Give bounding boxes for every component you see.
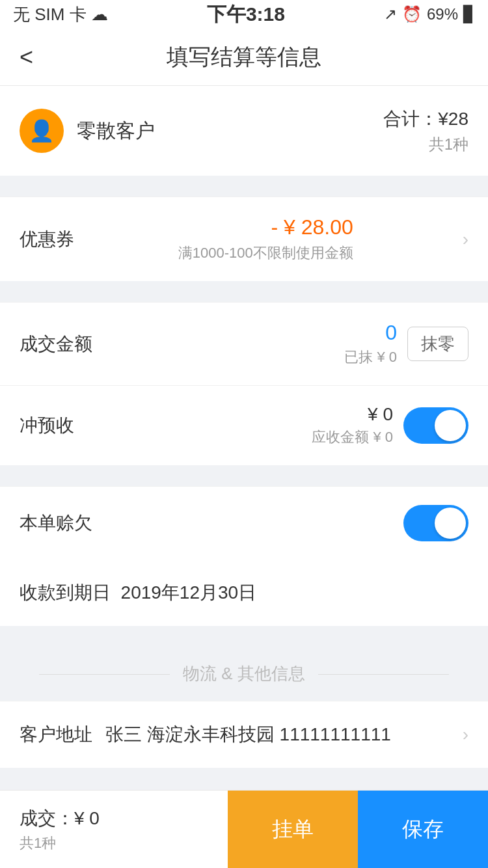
customer-totals: 合计：¥28 共1种	[383, 107, 468, 155]
toggle-knob	[435, 410, 466, 441]
total-label: 合计：¥28	[383, 107, 468, 131]
divider-2	[0, 292, 488, 302]
address-chevron-icon: ›	[463, 724, 468, 745]
address-row[interactable]: 客户地址 张三 海淀永丰科技园 11111111111 ›	[0, 701, 488, 768]
alarm-icon: ⏰	[402, 5, 422, 23]
credit-label: 本单赊欠	[20, 511, 92, 536]
divider-3	[0, 476, 488, 486]
due-date-row: 收款到期日 2019年12月30日	[0, 560, 488, 626]
logistics-header: 物流 & 其他信息	[0, 647, 488, 701]
bottom-deal-amount: 成交：¥ 0	[20, 806, 228, 831]
deal-value-area: 0 已抹 ¥ 0	[344, 321, 397, 367]
coupon-row[interactable]: 优惠券 - ¥ 28.00 满1000-100不限制使用金额 ›	[0, 197, 488, 281]
page-title: 填写结算等信息	[167, 42, 321, 72]
deal-right: 0 已抹 ¥ 0 抹零	[344, 321, 468, 367]
deal-sub: 已抹 ¥ 0	[344, 347, 397, 367]
customer-name: 零散客户	[77, 118, 155, 144]
credit-section: 本单赊欠 收款到期日 2019年12月30日	[0, 486, 488, 626]
bottom-count: 共1种	[20, 834, 228, 853]
customer-section: 👤 零散客户 合计：¥28 共1种	[0, 86, 488, 176]
prepay-toggle[interactable]	[403, 407, 468, 444]
prepay-value-area: ¥ 0 应收金额 ¥ 0	[312, 404, 393, 447]
coupon-desc: 满1000-100不限制使用金额	[178, 243, 353, 263]
address-value: 张三 海淀永丰科技园 11111111111	[105, 722, 457, 747]
prepay-row: 冲预收 ¥ 0 应收金额 ¥ 0	[0, 385, 488, 465]
customer-row: 👤 零散客户 合计：¥28 共1种	[0, 86, 488, 176]
credit-toggle[interactable]	[403, 505, 468, 541]
deal-label: 成交金额	[20, 332, 92, 357]
credit-row: 本单赊欠	[0, 486, 488, 560]
item-count: 共1种	[383, 134, 468, 155]
round-down-button[interactable]: 抹零	[407, 327, 468, 361]
coupon-label: 优惠券	[20, 227, 74, 252]
battery-icon: ▊	[463, 5, 475, 23]
coupon-section[interactable]: 优惠券 - ¥ 28.00 满1000-100不限制使用金额 ›	[0, 197, 488, 281]
divider-4	[0, 636, 488, 647]
deal-row: 成交金额 0 已抹 ¥ 0 抹零	[0, 302, 488, 385]
status-left: 无 SIM 卡 ☁	[13, 3, 108, 26]
credit-right	[403, 505, 468, 541]
location-icon: ↗	[384, 5, 397, 23]
prepay-label: 冲预收	[20, 413, 74, 438]
logistics-header-text: 物流 & 其他信息	[170, 664, 318, 683]
coupon-value-area: - ¥ 28.00 满1000-100不限制使用金额	[178, 215, 353, 263]
deal-section: 成交金额 0 已抹 ¥ 0 抹零 冲预收 ¥ 0 应收金额 ¥ 0	[0, 302, 488, 465]
prepay-sub: 应收金额 ¥ 0	[312, 427, 393, 447]
nav-bar: < 填写结算等信息	[0, 29, 488, 86]
customer-info: 👤 零散客户	[20, 109, 155, 153]
address-section[interactable]: 客户地址 张三 海淀永丰科技园 11111111111 ›	[0, 701, 488, 768]
prepay-right: ¥ 0 应收金额 ¥ 0	[312, 404, 468, 447]
deal-amount: 0	[344, 321, 397, 345]
back-button[interactable]: <	[20, 44, 33, 71]
due-date-label: 收款到期日 2019年12月30日	[20, 582, 256, 603]
divider-1	[0, 186, 488, 197]
sim-label: 无 SIM 卡 ☁	[13, 3, 108, 26]
hang-button[interactable]: 挂单	[228, 791, 358, 868]
avatar-icon: 👤	[29, 118, 55, 143]
credit-toggle-knob	[435, 508, 466, 539]
status-right: ↗ ⏰ 69% ▊	[384, 5, 475, 23]
status-bar: 无 SIM 卡 ☁ 下午3:18 ↗ ⏰ 69% ▊	[0, 0, 488, 29]
coupon-amount: - ¥ 28.00	[178, 215, 353, 239]
address-label: 客户地址	[20, 722, 92, 747]
battery-indicator: 69%	[427, 5, 458, 23]
bottom-info: 成交：¥ 0 共1种	[0, 791, 228, 868]
bottom-bar: 成交：¥ 0 共1种 挂单 保存	[0, 790, 488, 868]
save-button[interactable]: 保存	[358, 791, 488, 868]
status-time: 下午3:18	[207, 1, 285, 28]
chevron-right-icon: ›	[463, 229, 468, 250]
prepay-amount: ¥ 0	[312, 404, 393, 425]
avatar: 👤	[20, 109, 64, 153]
